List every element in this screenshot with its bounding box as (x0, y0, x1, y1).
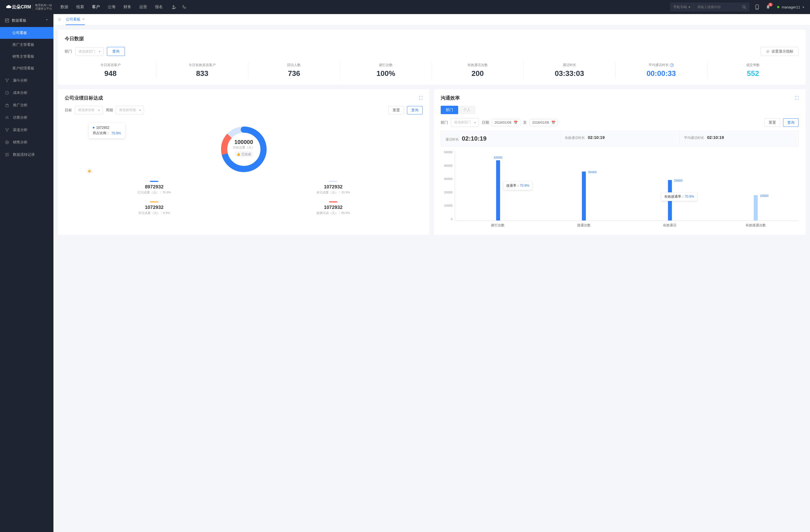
legend-item: 8972932已完成量（元）70.9% (65, 178, 244, 198)
search-mode-select[interactable]: 手机号码 ▾ (670, 2, 694, 12)
metric-value: 833 (156, 69, 248, 78)
settings-metrics-button[interactable]: 设置显示指标 (761, 47, 799, 56)
dept-label: 部门 (65, 49, 72, 54)
legend-item: 1072932超额完成（元）89.9% (244, 198, 423, 218)
bar[interactable]: 43000 (496, 160, 500, 220)
main: ☰ 公司看板 ✕ 今日数据 部门 请选择部门▾ 查询 (53, 14, 810, 532)
reset-button[interactable]: 重置 (388, 106, 404, 114)
metric-value: 736 (248, 69, 340, 78)
nav-pool[interactable]: 公海 (108, 4, 116, 10)
user-menu[interactable]: manager11 ▾ (777, 5, 804, 9)
date-to-input[interactable]: 2018/01/08📅 (530, 119, 558, 126)
username: manager11 (782, 5, 800, 9)
dept-select[interactable]: 请选择部门▾ (75, 47, 103, 56)
logo-subtitle: 教育机构一站 式服务云平台 (33, 4, 52, 11)
bar-value-label: 18000 (760, 194, 769, 197)
metrics-row: 今日首咨客户948今日有效首咨客户833回访人数736拨打次数100%有效通话次… (65, 62, 799, 79)
visitor-icon (5, 116, 10, 119)
target-label: 目标 (65, 108, 72, 113)
sidebar-item-channel[interactable]: 渠道分析 (0, 124, 53, 136)
donut-status-chip: 👍已达成 (234, 151, 253, 157)
mobile-icon[interactable] (755, 4, 759, 10)
logo-mark: 云朵CRM (6, 4, 31, 10)
sidebar-item-cost[interactable]: 成本分析 (0, 87, 53, 99)
bar-value-label: 29000 (674, 179, 683, 182)
donut-handle (87, 169, 92, 173)
nav-signup[interactable]: 报名 (155, 4, 163, 10)
metric-item: 拨打次数100% (340, 62, 432, 79)
sidebar-item-promo-board[interactable]: 推广主管看板 (0, 39, 53, 51)
duration-cell: 平均通话时长02:10:19 (680, 131, 798, 146)
info-icon[interactable]: ? (670, 63, 674, 67)
chevron-down-icon: ▾ (474, 121, 476, 124)
query-button[interactable]: 查询 (107, 47, 125, 56)
tab-dept[interactable]: 部门 (441, 106, 458, 114)
period-select[interactable]: 请选择周期▾ (116, 106, 144, 114)
metric-label: 成交单数 (707, 63, 799, 67)
sidebar-item-manager-board[interactable]: 客户经理看板 (0, 63, 53, 74)
x-tick: 有效通话 (627, 221, 713, 229)
x-tick: 有效接通次数 (713, 221, 799, 229)
card-comm: 沟通效率 ⛶ 部门 个人 部门 请选择部门▾ 日期 2018/01/0 (434, 89, 806, 235)
status-dot-icon (777, 6, 779, 8)
hamburger-icon[interactable]: ☰ (58, 17, 61, 22)
notifications-icon[interactable]: 5 (766, 4, 770, 10)
bar[interactable]: 18000 (754, 195, 758, 220)
svg-rect-8 (5, 19, 9, 22)
logo[interactable]: 云朵CRM 教育机构一站 式服务云平台 (6, 4, 52, 11)
sidebar-item-sales-board[interactable]: 销售主管看板 (0, 51, 53, 63)
bar[interactable]: 35000 (582, 171, 586, 220)
metric-label: 拨打次数 (340, 63, 432, 67)
sidebar-item-sales[interactable]: 销售分析 (0, 136, 53, 148)
comm-dept-label: 部门 (441, 120, 448, 125)
metric-value: 03:33:03 (524, 69, 615, 78)
donut-tooltip: 1072932 所占比例：70.9% (89, 123, 125, 138)
sidebar-item-company-board[interactable]: 公司看板 (0, 27, 53, 39)
legend-item: 1072932未完成量（元）20.9% (244, 178, 423, 198)
target-select[interactable]: 请选择目标▾ (75, 106, 103, 114)
query-button[interactable]: 查询 (783, 118, 799, 127)
y-tick: 0 (441, 217, 455, 221)
search-input[interactable] (694, 5, 739, 9)
nav-customer[interactable]: 客户 (92, 4, 100, 10)
tab-personal[interactable]: 个人 (458, 106, 475, 114)
nav-finance[interactable]: 财务 (124, 4, 131, 10)
sidebar-item-funnel[interactable]: 漏斗分析 (0, 74, 53, 87)
sidebar-group-dashboard[interactable]: 数据看板 ⌃ (0, 14, 53, 27)
today-title: 今日数据 (65, 35, 799, 42)
comm-dept-select[interactable]: 请选择部门▾ (451, 118, 479, 127)
tab-company-board[interactable]: 公司看板 ✕ (66, 14, 85, 25)
expand-icon[interactable]: ⛶ (419, 96, 423, 100)
sidebar-item-flow[interactable]: 数据流转记录 (0, 148, 53, 161)
y-tick: 40000 (441, 164, 455, 167)
close-icon[interactable]: ✕ (82, 17, 85, 21)
svg-line-4 (745, 8, 746, 9)
tabbar: ☰ 公司看板 ✕ (53, 14, 810, 25)
svg-point-20 (767, 51, 768, 52)
nav-data[interactable]: 数据 (61, 4, 68, 10)
search-button[interactable] (739, 5, 749, 9)
add-user-icon[interactable] (171, 4, 176, 10)
expand-icon[interactable]: ⛶ (795, 96, 799, 100)
date-from-input[interactable]: 2018/01/08📅 (492, 119, 520, 126)
gear-icon (766, 49, 770, 53)
metric-label: 平均通话时长? (615, 63, 707, 67)
metric-label: 今日首咨客户 (65, 63, 156, 67)
reset-button[interactable]: 重置 (764, 118, 780, 127)
sidebar-item-visitor[interactable]: 访客分析 (0, 111, 53, 124)
donut-chart: 100000 目标总量（元） 👍已达成 1072932 所占比例：70.9% (65, 118, 423, 178)
duration-cell: 有效通话时长02:10:19 (560, 131, 680, 146)
svg-point-12 (7, 117, 9, 118)
svg-point-6 (757, 9, 757, 9)
metric-item: 通话时长03:33:03 (524, 62, 615, 79)
comm-date-label: 日期 (482, 120, 489, 125)
nav-ops[interactable]: 运营 (139, 4, 147, 10)
svg-rect-2 (175, 7, 176, 9)
phone-icon[interactable] (182, 4, 187, 10)
calendar-icon: 📅 (551, 121, 555, 124)
sidebar-item-promo[interactable]: 推广分析 (0, 99, 53, 111)
nav-lead[interactable]: 线索 (76, 4, 84, 10)
query-button[interactable]: 查询 (407, 106, 423, 114)
x-tick: 接通次数 (541, 221, 627, 229)
funnel-icon (5, 79, 10, 82)
